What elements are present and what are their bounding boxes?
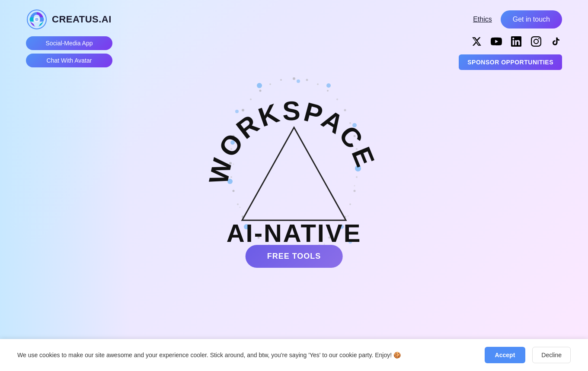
twitter-icon[interactable] <box>470 35 483 48</box>
svg-text:AI-NATIVE: AI-NATIVE <box>227 219 362 247</box>
svg-point-52 <box>257 83 262 88</box>
svg-point-60 <box>297 79 300 83</box>
svg-point-43 <box>354 185 355 186</box>
chat-with-avatar-button[interactable]: Chat With Avatar <box>26 54 112 67</box>
youtube-icon[interactable] <box>490 35 502 48</box>
instagram-icon[interactable] <box>530 35 542 48</box>
sponsor-opportunities-button[interactable]: SPONSOR OPPORTUNITIES <box>459 54 562 70</box>
header-top-row: Ethics Get in touch <box>473 10 562 29</box>
tiktok-icon[interactable] <box>550 35 562 48</box>
workspace-svg: WORKSPACE AI-NATIVE <box>164 56 424 315</box>
cookie-buttons: Accept Decline <box>485 347 571 363</box>
social-icons <box>470 35 562 48</box>
decline-button[interactable]: Decline <box>532 347 571 363</box>
logo-icon <box>26 9 48 30</box>
free-tools-button[interactable]: FREE TOOLS <box>246 245 343 268</box>
svg-point-7 <box>317 83 319 85</box>
logo[interactable]: CREATUS.AI <box>26 9 112 30</box>
nav-buttons: Social-Media App Chat With Avatar <box>26 36 112 67</box>
header: CREATUS.AI Social-Media App Chat With Av… <box>0 0 588 70</box>
svg-marker-61 <box>242 127 346 220</box>
ethics-link[interactable]: Ethics <box>473 16 492 23</box>
svg-point-53 <box>326 83 331 88</box>
social-media-app-button[interactable]: Social-Media App <box>26 36 112 50</box>
svg-point-8 <box>259 89 262 92</box>
svg-point-44 <box>240 206 241 208</box>
svg-point-10 <box>250 98 252 100</box>
svg-point-24 <box>233 190 235 192</box>
accept-button[interactable]: Accept <box>485 347 526 363</box>
svg-point-25 <box>354 190 356 192</box>
cookie-banner: We use cookies to make our site awesome … <box>0 339 588 371</box>
get-in-touch-button[interactable]: Get in touch <box>501 10 562 29</box>
svg-point-11 <box>336 98 338 100</box>
svg-point-45 <box>348 215 349 216</box>
workspace-graphic: WORKSPACE AI-NATIVE FREE TOOLS <box>164 56 424 315</box>
svg-point-9 <box>327 90 329 92</box>
header-right: Ethics Get in touch <box>459 9 562 70</box>
linkedin-icon[interactable] <box>510 35 522 48</box>
svg-text:WORKSPACE: WORKSPACE <box>203 95 381 187</box>
svg-point-26 <box>237 203 239 205</box>
svg-point-23 <box>356 176 358 178</box>
svg-point-3 <box>293 77 295 80</box>
svg-point-15 <box>349 122 351 124</box>
svg-point-13 <box>344 109 346 111</box>
svg-point-58 <box>235 110 239 113</box>
svg-point-4 <box>280 79 282 81</box>
svg-point-6 <box>269 83 271 85</box>
logo-text: CREATUS.AI <box>52 14 112 25</box>
svg-point-5 <box>306 79 308 81</box>
cookie-message: We use cookies to make our site awesome … <box>17 352 467 358</box>
svg-point-27 <box>349 203 351 205</box>
svg-point-2 <box>35 18 38 21</box>
logo-area: CREATUS.AI Social-Media App Chat With Av… <box>26 9 112 67</box>
